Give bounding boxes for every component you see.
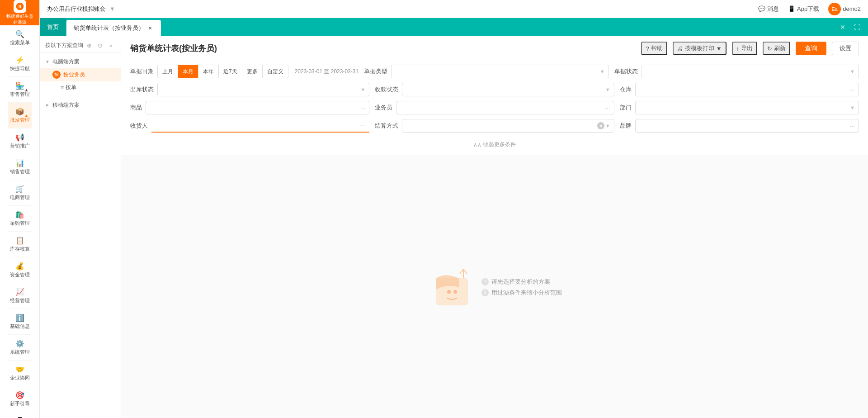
out-status-select[interactable]: ▼: [157, 83, 369, 96]
date-tab-this-month[interactable]: 本月: [178, 65, 198, 78]
dept-select[interactable]: ▼: [635, 101, 859, 114]
brand-select[interactable]: ···: [635, 119, 859, 133]
filter-row-3: 商品 ··· 业务员 ··· 部门: [130, 101, 859, 114]
sidebar-item-13[interactable]: 🤝 企业协同: [8, 361, 32, 386]
receiver-input[interactable]: ···: [151, 119, 369, 133]
sidebar-item-label-9: 资金管理: [10, 271, 30, 278]
sidebar-item-arrow-3: ▲: [24, 113, 29, 118]
scheme-group-mobile-label: 移动端方案: [52, 101, 80, 109]
settings-label: 设置: [840, 44, 851, 52]
tabbar: 首页 销货单统计表（按业务员） ✕ ✕ ⛶: [40, 18, 868, 36]
collapse-filter-btn[interactable]: ∧∧ 收起更多条件: [468, 139, 521, 150]
print-label: 按模板打印: [685, 44, 714, 52]
filter-row-2: 出库状态 ▼ 收款状态 ▼ 仓库: [130, 83, 859, 96]
filter-item-receiver: 收货人 ···: [130, 119, 369, 133]
payment-select[interactable]: ✕ ▼: [402, 119, 614, 133]
scheme-item-salesman[interactable]: 按 按业务员: [40, 68, 121, 81]
sidebar-item-3[interactable]: 📦 批发管理 ▲: [8, 103, 32, 128]
scheme-sub-item-order[interactable]: ≡ 按单: [40, 81, 121, 94]
date-tab-custom[interactable]: 自定义: [263, 65, 288, 78]
content-area: 按以下方案查询 ⊕ ⊙ « ▼ 电脑端方案: [40, 36, 868, 418]
date-range-text: 2023-03-01 至 2023-03-31: [295, 68, 359, 76]
filter-item-doc-type: 单据类型 ▼: [364, 65, 609, 78]
sidebar-nav: 🔍 搜索菜单 ⚡ 快捷导航 🏪 零售管理 ▲ 📦 批发管理 ▲ 📢 营销推广 📊…: [8, 25, 32, 418]
tab-home[interactable]: 首页: [40, 18, 66, 36]
receipt-status-select[interactable]: ▼: [402, 83, 614, 96]
tab-sales-stats[interactable]: 销货单统计表（按业务员） ✕: [66, 20, 161, 36]
download-label: App下载: [797, 5, 819, 13]
sidebar-item-11[interactable]: ℹ️ 基础信息: [8, 309, 32, 335]
goods-select[interactable]: ···: [146, 101, 369, 114]
tab-close-window-btn[interactable]: ✕: [837, 22, 848, 33]
doc-status-select[interactable]: ▼: [642, 65, 859, 78]
sidebar-item-0[interactable]: 🔍 搜索菜单: [8, 25, 32, 51]
tab-close-btn[interactable]: ✕: [147, 25, 153, 31]
sidebar-item-14[interactable]: 🎯 新手引导: [8, 386, 32, 412]
filter-row-1: 单据日期 上月 本月 本年 近7天 更多 自定义 2023-03-01 至 20…: [130, 65, 859, 78]
salesman-select[interactable]: ···: [396, 101, 614, 114]
download-btn[interactable]: 📱 App下载: [788, 5, 819, 13]
topbar-right: 💬 消息 📱 App下载 Ea demo2: [758, 3, 861, 15]
sidebar-item-8[interactable]: 📋 库存核算: [8, 232, 32, 257]
filter-area: 单据日期 上月 本月 本年 近7天 更多 自定义 2023-03-01 至 20…: [121, 59, 868, 156]
user-menu[interactable]: Ea demo2: [828, 3, 861, 15]
refresh-btn[interactable]: ↻ 刷新: [763, 42, 790, 55]
tabbar-actions: ✕ ⛶: [837, 22, 868, 33]
message-btn[interactable]: 💬 消息: [758, 5, 779, 13]
sidebar-item-10[interactable]: 📈 经营管理: [8, 283, 32, 309]
sidebar-item-icon-11: ℹ️: [15, 314, 24, 322]
sidebar-item-15[interactable]: 📱 应用中心: [8, 412, 32, 418]
settings-btn[interactable]: 设置: [832, 42, 859, 55]
doc-status-arrow-icon: ▼: [850, 69, 855, 74]
empty-state-hint-2: 用过滤条件来缩小分析范围: [491, 289, 562, 297]
sidebar-item-5[interactable]: 📊 销售管理: [8, 154, 32, 180]
warehouse-select[interactable]: ···: [635, 83, 859, 96]
export-btn[interactable]: ↑ 导出: [732, 42, 758, 55]
sidebar-item-icon-7: 🛍️: [15, 210, 24, 219]
tab-maximize-btn[interactable]: ⛶: [852, 22, 863, 33]
export-label: 导出: [741, 44, 753, 52]
doc-type-select[interactable]: ▼: [391, 65, 609, 78]
add-scheme-btn[interactable]: ⊕: [85, 41, 94, 50]
date-tab-last-month[interactable]: 上月: [158, 65, 178, 78]
sidebar-item-1[interactable]: ⚡ 快捷导航: [8, 51, 32, 77]
scheme-group-mobile-header[interactable]: ▼ 移动端方案: [40, 99, 121, 111]
date-tab-7days[interactable]: 近7天: [219, 65, 242, 78]
date-tab-this-year[interactable]: 本年: [198, 65, 219, 78]
sidebar-item-4[interactable]: 📢 营销推广: [8, 128, 32, 154]
sidebar-item-label-1: 快捷导航: [10, 65, 30, 72]
left-panel-title: 按以下方案查询: [45, 42, 83, 49]
sidebar: 畅捷通好生意 标准版 🔍 搜索菜单 ⚡ 快捷导航 🏪 零售管理 ▲ 📦 批发管理…: [0, 0, 40, 418]
empty-state: 1 请先选择要分析的方案 2 用过滤条件来缩小分析范围: [121, 156, 868, 418]
sidebar-item-7[interactable]: 🛍️ 采购管理: [8, 206, 32, 232]
brand-label: 品牌: [620, 122, 632, 130]
filter-item-out-status: 出库状态 ▼: [130, 83, 369, 96]
date-tab-more[interactable]: 更多: [242, 65, 263, 78]
topbar-dropdown-icon[interactable]: ▼: [109, 5, 115, 12]
filter-bottom-row: ∧∧ 收起更多条件: [130, 137, 859, 150]
left-panel: 按以下方案查询 ⊕ ⊙ « ▼ 电脑端方案: [40, 36, 121, 418]
payment-clear-btn[interactable]: ✕: [597, 122, 604, 129]
sidebar-item-2[interactable]: 🏪 零售管理 ▲: [8, 77, 32, 103]
sidebar-item-label-6: 电商管理: [10, 194, 30, 201]
doc-type-label: 单据类型: [364, 67, 387, 76]
query-btn[interactable]: 查询: [796, 42, 826, 55]
edit-scheme-btn[interactable]: ⊙: [95, 41, 104, 50]
receipt-status-arrow-icon: ▼: [605, 87, 610, 92]
scheme-group-pc-header[interactable]: ▼ 电脑端方案: [40, 56, 121, 68]
help-btn[interactable]: ? 帮助: [641, 42, 667, 55]
collapse-panel-btn[interactable]: «: [106, 41, 115, 50]
filter-item-doc-status: 单据状态 ▼: [614, 65, 859, 78]
dept-arrow-icon: ▼: [850, 105, 855, 110]
sidebar-item-6[interactable]: 🛒 电商管理: [8, 180, 32, 206]
sidebar-item-icon-9: 💰: [15, 262, 24, 271]
print-btn[interactable]: 🖨 按模板打印 ▼: [673, 42, 726, 55]
collapse-icon: ∧∧: [473, 142, 481, 148]
sidebar-item-12[interactable]: ⚙️ 系统管理: [8, 335, 32, 361]
sidebar-item-9[interactable]: 💰 资金管理: [8, 257, 32, 283]
filter-item-goods: 商品 ···: [130, 101, 369, 114]
collapse-label: 收起更多条件: [483, 141, 516, 148]
warehouse-dots-icon: ···: [849, 86, 855, 93]
empty-state-text: 1 请先选择要分析的方案 2 用过滤条件来缩小分析范围: [481, 278, 562, 297]
export-icon: ↑: [736, 45, 740, 52]
